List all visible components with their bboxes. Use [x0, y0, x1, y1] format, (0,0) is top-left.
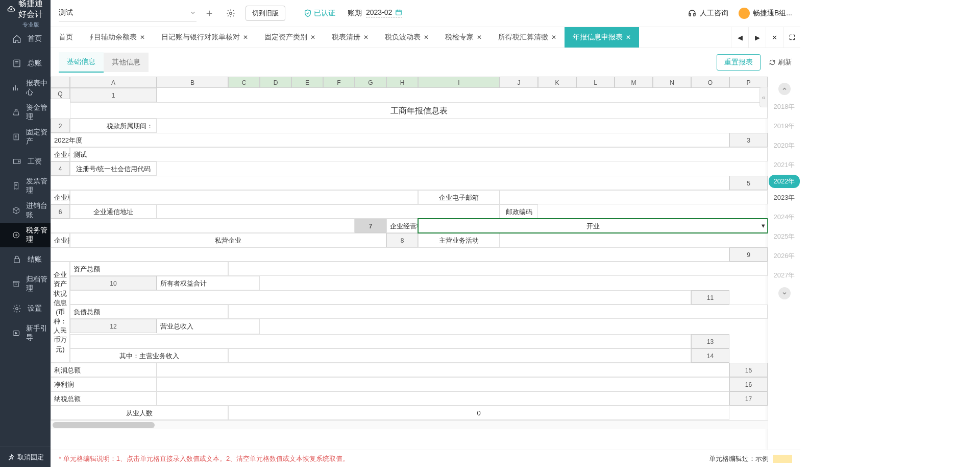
cell[interactable]: 企业电子邮箱: [418, 190, 500, 204]
cell[interactable]: 2022年度: [51, 133, 729, 147]
col-header[interactable]: L: [576, 77, 615, 88]
col-header[interactable]: H: [386, 77, 418, 88]
cell[interactable]: [157, 204, 500, 219]
refresh-button[interactable]: 刷新: [769, 58, 792, 67]
row-header[interactable]: 5: [729, 176, 768, 190]
row-header[interactable]: 14: [691, 348, 729, 363]
cell[interactable]: [500, 190, 768, 204]
year-option-active[interactable]: 2022年: [769, 175, 800, 188]
close-icon[interactable]: ✕: [243, 34, 248, 41]
cell[interactable]: 营业总收入: [157, 319, 260, 334]
nav-salary[interactable]: 工资: [0, 149, 51, 174]
nav-assets[interactable]: 固定资产: [0, 125, 51, 149]
cell[interactable]: 所有者权益合计: [157, 276, 260, 290]
col-header[interactable]: C: [228, 77, 260, 88]
cell[interactable]: [157, 363, 729, 377]
nav-close[interactable]: 结账: [0, 247, 51, 272]
tab-home[interactable]: 首页: [51, 27, 81, 48]
row-header[interactable]: 12: [70, 319, 157, 333]
cell[interactable]: 注册号/统一社会信用代码: [70, 161, 157, 176]
col-header[interactable]: Q: [51, 88, 70, 99]
tab-scroll-left[interactable]: ◀: [731, 27, 748, 48]
col-header[interactable]: I: [418, 77, 500, 88]
cell[interactable]: [70, 190, 418, 204]
nav-ledger[interactable]: 总账: [0, 51, 51, 76]
cell[interactable]: [228, 262, 768, 276]
year-option[interactable]: 2024年: [774, 207, 795, 227]
row-header[interactable]: 2: [51, 119, 70, 133]
add-button[interactable]: [201, 5, 218, 22]
unpin-button[interactable]: 取消固定: [0, 447, 51, 467]
nav-funds[interactable]: 资金管理: [0, 100, 51, 125]
row-header[interactable]: 13: [691, 334, 729, 348]
col-header[interactable]: E: [291, 77, 323, 88]
nav-stock[interactable]: 进销台账: [0, 198, 51, 223]
tab-fullscreen[interactable]: [783, 27, 800, 48]
tab-scroll-right[interactable]: ▶: [748, 27, 766, 48]
year-option[interactable]: 2026年: [774, 246, 795, 266]
close-icon[interactable]: ✕: [626, 34, 631, 41]
close-icon[interactable]: ✕: [551, 34, 556, 41]
row-header[interactable]: 16: [729, 377, 768, 391]
cell[interactable]: [157, 377, 729, 391]
cell[interactable]: 净利润: [51, 377, 157, 391]
tab-tax-expert[interactable]: 税检专家✕: [437, 27, 490, 48]
cell[interactable]: 负债总额: [70, 305, 228, 319]
subtab-other[interactable]: 其他信息: [104, 53, 149, 72]
cell[interactable]: [157, 391, 729, 406]
tab-annual-report[interactable]: 年报信息申报表✕: [565, 27, 639, 48]
year-up-button[interactable]: [778, 83, 791, 95]
col-header[interactable]: M: [615, 77, 653, 88]
year-option[interactable]: 2018年: [774, 97, 795, 116]
cell[interactable]: 企业通信地址: [70, 204, 157, 219]
cell[interactable]: 企业经营状态: [386, 219, 418, 233]
cell[interactable]: [51, 176, 729, 190]
cell[interactable]: 其中：主营业务收入: [70, 348, 228, 363]
cell[interactable]: 从业人数: [51, 406, 228, 420]
close-icon[interactable]: ✕: [477, 34, 482, 41]
close-icon[interactable]: ✕: [363, 34, 369, 41]
cell[interactable]: [51, 247, 729, 262]
row-header[interactable]: 1: [70, 88, 157, 102]
row-header[interactable]: 3: [729, 133, 768, 147]
col-header[interactable]: K: [538, 77, 576, 88]
year-option[interactable]: 2023年: [774, 188, 795, 207]
cell[interactable]: 资产总额: [70, 262, 228, 276]
close-icon[interactable]: ✕: [140, 34, 145, 41]
row-header[interactable]: 4: [51, 161, 70, 176]
close-icon[interactable]: ✕: [310, 34, 315, 41]
row-header[interactable]: 17: [729, 391, 768, 406]
nav-invoice[interactable]: 发票管理: [0, 174, 51, 198]
cell[interactable]: 企业联系电话: [51, 190, 70, 204]
row-header[interactable]: 11: [691, 290, 729, 305]
horizontal-scrollbar[interactable]: [51, 420, 768, 429]
row-header[interactable]: 10: [70, 276, 157, 290]
nav-home[interactable]: 首页: [0, 27, 51, 51]
row-header[interactable]: 9: [729, 247, 768, 262]
cell[interactable]: 私营企业: [70, 233, 386, 247]
cell[interactable]: 0: [228, 406, 729, 420]
col-header[interactable]: P: [729, 77, 768, 88]
year-option[interactable]: 2025年: [774, 227, 795, 246]
cell[interactable]: 税款所属期间：: [70, 119, 157, 133]
year-option[interactable]: 2020年: [774, 136, 795, 155]
spreadsheet[interactable]: A B C D E F G H I J K L M N O P Q: [51, 77, 768, 450]
close-icon[interactable]: ✕: [424, 34, 429, 41]
tab-income-tax[interactable]: 所得税汇算清缴✕: [490, 27, 565, 48]
company-dropdown[interactable]: 测试: [59, 5, 197, 22]
col-header[interactable]: O: [691, 77, 729, 88]
col-header[interactable]: F: [323, 77, 355, 88]
verified-badge[interactable]: 已认证: [304, 9, 335, 18]
year-option[interactable]: 2027年: [774, 266, 795, 285]
nav-settings[interactable]: 设置: [0, 296, 51, 321]
row-header[interactable]: 7: [355, 219, 386, 233]
row-header[interactable]: 6: [51, 204, 70, 219]
cell[interactable]: [228, 305, 768, 319]
user-menu[interactable]: 畅捷通B组...: [739, 8, 792, 19]
cell[interactable]: 邮政编码: [500, 204, 538, 219]
year-option[interactable]: 2019年: [774, 116, 795, 136]
tab-close-all[interactable]: ✕: [766, 27, 783, 48]
select-all-corner[interactable]: [51, 77, 70, 88]
tab-bank-recon[interactable]: 日记账与银行对账单核对✕: [153, 27, 256, 48]
tab-aux-balance[interactable]: ∮目辅助余额表✕: [81, 27, 153, 48]
